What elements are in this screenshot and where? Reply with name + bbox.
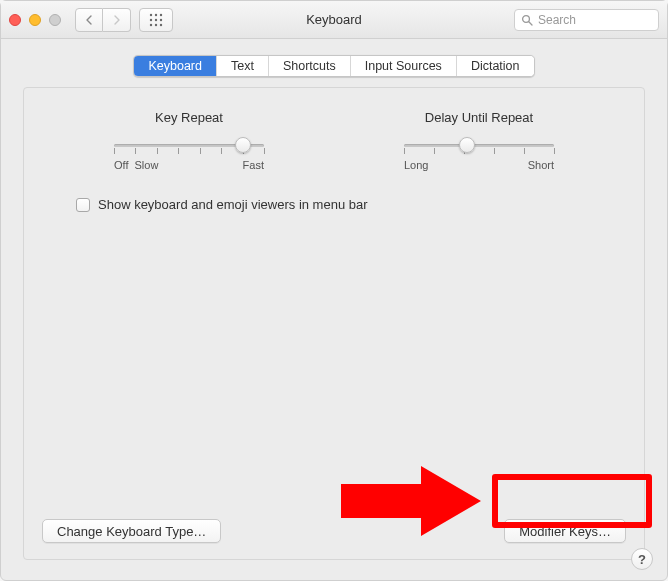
slider-thumb[interactable] bbox=[459, 137, 475, 153]
bottom-button-row: Change Keyboard Type… Modifier Keys… bbox=[42, 519, 626, 543]
svg-point-4 bbox=[155, 18, 157, 20]
keyboard-pane: Key Repeat Off Slow Fast Delay Until Rep… bbox=[23, 87, 645, 560]
tab-text[interactable]: Text bbox=[216, 56, 268, 76]
traffic-lights bbox=[9, 14, 61, 26]
show-all-button[interactable] bbox=[139, 8, 173, 32]
back-button[interactable] bbox=[75, 8, 103, 32]
grid-icon bbox=[149, 13, 163, 27]
tab-bar: Keyboard Text Shortcuts Input Sources Di… bbox=[1, 39, 667, 87]
keyboard-prefs-window: Keyboard Keyboard Text Shortcuts Input S… bbox=[0, 0, 668, 581]
help-icon: ? bbox=[638, 552, 646, 567]
tab-keyboard[interactable]: Keyboard bbox=[134, 56, 216, 76]
titlebar: Keyboard bbox=[1, 1, 667, 39]
slider-track-line bbox=[404, 144, 554, 147]
help-button[interactable]: ? bbox=[631, 548, 653, 570]
delay-label: Delay Until Repeat bbox=[425, 110, 533, 125]
key-repeat-block: Key Repeat Off Slow Fast bbox=[64, 110, 314, 171]
key-repeat-slider[interactable] bbox=[114, 135, 264, 155]
change-keyboard-type-button[interactable]: Change Keyboard Type… bbox=[42, 519, 221, 543]
zoom-window-button[interactable] bbox=[49, 14, 61, 26]
search-input[interactable] bbox=[538, 13, 652, 27]
show-viewers-checkbox[interactable] bbox=[76, 198, 90, 212]
forward-button[interactable] bbox=[103, 8, 131, 32]
show-viewers-row[interactable]: Show keyboard and emoji viewers in menu … bbox=[76, 197, 604, 212]
tab-segmented-control: Keyboard Text Shortcuts Input Sources Di… bbox=[133, 55, 534, 77]
nav-buttons bbox=[75, 8, 131, 32]
show-viewers-checkbox-label: Show keyboard and emoji viewers in menu … bbox=[98, 197, 368, 212]
chevron-right-icon bbox=[113, 15, 121, 25]
close-window-button[interactable] bbox=[9, 14, 21, 26]
svg-point-8 bbox=[160, 23, 162, 25]
minimize-window-button[interactable] bbox=[29, 14, 41, 26]
key-repeat-left-label: Slow bbox=[134, 159, 158, 171]
key-repeat-off-label: Off bbox=[114, 159, 128, 171]
svg-line-10 bbox=[529, 21, 532, 24]
chevron-left-icon bbox=[85, 15, 93, 25]
svg-point-6 bbox=[150, 23, 152, 25]
key-repeat-label: Key Repeat bbox=[155, 110, 223, 125]
tab-input-sources[interactable]: Input Sources bbox=[350, 56, 456, 76]
key-repeat-right-label: Fast bbox=[243, 159, 264, 171]
delay-left-label: Long bbox=[404, 159, 428, 171]
key-repeat-ends: Off Slow Fast bbox=[114, 159, 264, 171]
modifier-keys-button[interactable]: Modifier Keys… bbox=[504, 519, 626, 543]
search-field-wrap[interactable] bbox=[514, 9, 659, 31]
delay-slider[interactable] bbox=[404, 135, 554, 155]
svg-point-1 bbox=[155, 13, 157, 15]
slider-thumb[interactable] bbox=[235, 137, 251, 153]
delay-right-label: Short bbox=[528, 159, 554, 171]
svg-point-3 bbox=[150, 18, 152, 20]
search-icon bbox=[521, 14, 533, 26]
svg-point-0 bbox=[150, 13, 152, 15]
svg-point-7 bbox=[155, 23, 157, 25]
sliders-row: Key Repeat Off Slow Fast Delay Until Rep… bbox=[64, 110, 604, 171]
tab-dictation[interactable]: Dictation bbox=[456, 56, 534, 76]
delay-block: Delay Until Repeat Long Short bbox=[354, 110, 604, 171]
svg-point-5 bbox=[160, 18, 162, 20]
delay-ends: Long Short bbox=[404, 159, 554, 171]
tab-shortcuts[interactable]: Shortcuts bbox=[268, 56, 350, 76]
svg-point-2 bbox=[160, 13, 162, 15]
